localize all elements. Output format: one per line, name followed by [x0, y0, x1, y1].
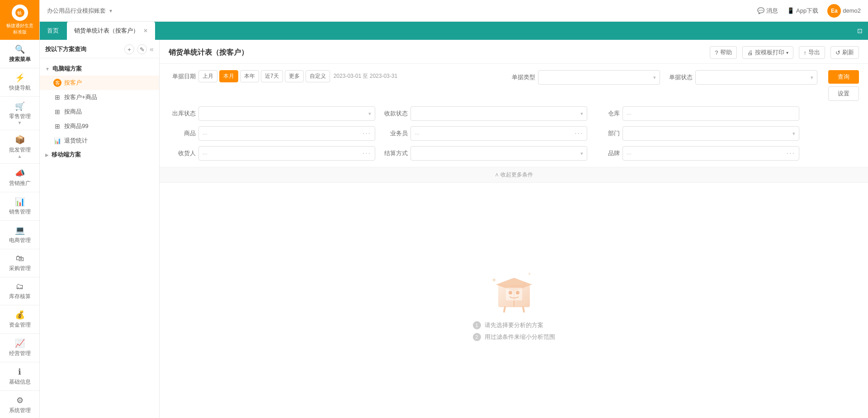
tab-sales-stats[interactable]: 销货单统计表（按客户） ✕	[67, 22, 155, 40]
dept-select[interactable]: ▾	[623, 126, 799, 141]
settlement-select[interactable]: ▾	[410, 146, 587, 161]
payment-status-select[interactable]: ▾	[410, 106, 587, 121]
tree-item-return-stats[interactable]: 📊 退货统计	[40, 133, 159, 148]
edit-scheme-btn[interactable]: ✎	[137, 44, 147, 54]
sidebar-item-label: 批发管理	[9, 146, 31, 154]
tab-expand-btn[interactable]: ⊡	[852, 27, 868, 35]
logo-text: 畅捷通好生意	[6, 23, 33, 29]
export-btn[interactable]: ↑ 导出	[799, 46, 826, 59]
sidebar-item-inventory[interactable]: 🗂 库存核算	[0, 277, 39, 305]
svg-text:畅: 畅	[17, 10, 22, 15]
out-status-label: 出库状态	[169, 109, 196, 118]
tab-home-label: 首页	[47, 27, 59, 35]
svg-rect-4	[506, 288, 522, 300]
date-btn-last-month[interactable]: 上月	[198, 70, 217, 82]
query-button[interactable]: 查询	[828, 70, 859, 84]
sidebar-item-system[interactable]: ⚙ 系统管理	[0, 391, 39, 418]
tree-item-product-99[interactable]: ⊞ 按商品99	[40, 119, 159, 133]
date-btn-7days[interactable]: 近7天	[261, 70, 283, 82]
date-btn-custom[interactable]: 自定义	[306, 70, 330, 82]
date-btn-more[interactable]: 更多	[285, 70, 304, 82]
product-placeholder: ···	[203, 130, 208, 137]
doc-type-label: 单据类型	[508, 73, 535, 81]
customer-icon: 客	[53, 79, 61, 87]
empty-tips: 1 请先选择要分析的方案 2 用过滤条件来缩小分析范围	[473, 321, 555, 341]
doc-type-select[interactable]: ▾	[538, 70, 660, 85]
doc-status-select[interactable]: ▾	[695, 70, 817, 85]
sidebar-item-basic[interactable]: ℹ 基础信息	[0, 362, 39, 391]
empty-tip-1: 1 请先选择要分析的方案	[473, 321, 555, 329]
salesperson-placeholder: ···	[415, 130, 420, 137]
sidebar-item-sales[interactable]: 📊 销售管理	[0, 192, 39, 221]
tab-close-btn[interactable]: ✕	[143, 28, 148, 34]
tab-home[interactable]: 首页	[40, 22, 66, 40]
product-select[interactable]: ··· ···	[198, 126, 375, 141]
settings-button[interactable]: 设置	[828, 86, 859, 101]
date-btn-this-year[interactable]: 本年	[240, 70, 259, 82]
sidebar-item-label: 快捷导航	[9, 84, 31, 92]
dropdown-icon[interactable]: ▾	[109, 8, 112, 14]
brand-select[interactable]: ··· ···	[623, 146, 799, 161]
warehouse-select[interactable]: ···	[623, 106, 799, 121]
query-action-buttons: 查询 设置	[828, 70, 859, 101]
filter-area: 单据日期 上月 本月 本年 近7天 更多 自定义 2023-03-01 至 20…	[160, 64, 868, 167]
dept-label: 部门	[593, 129, 620, 138]
sidebar-item-search[interactable]: 🔍 搜索菜单	[0, 40, 39, 68]
top-bar-left: 办公用品行业模拟账套 ▾	[47, 7, 112, 15]
expand-icon: ▲	[18, 154, 22, 159]
empty-illustration: ✦ ✦ ✦	[487, 260, 541, 314]
date-btn-this-month[interactable]: 本月	[219, 70, 238, 82]
sidebar-item-marketing[interactable]: 📣 营销推广	[0, 164, 39, 192]
sidebar-item-label: 经营管理	[9, 350, 31, 357]
sidebar-item-operation[interactable]: 📈 经营管理	[0, 334, 39, 362]
finance-icon: 💰	[15, 310, 25, 320]
svg-line-10	[504, 307, 505, 312]
top-bar-right: 💬 消息 📱 App下载 Ea demo2	[757, 4, 861, 18]
tree-item-customer-product[interactable]: ⊞ 按客户+商品	[40, 90, 159, 104]
help-icon: ?	[715, 49, 718, 56]
out-status-select[interactable]: ▾	[198, 106, 375, 121]
retail-icon: 🛒	[15, 101, 25, 111]
help-btn[interactable]: ? 帮助	[710, 46, 736, 59]
print-btn[interactable]: 🖨 按模板打印 ▾	[742, 46, 793, 59]
marketing-icon: 📣	[15, 168, 25, 178]
expand-icon: ▼	[18, 120, 22, 125]
svg-text:✦: ✦	[528, 271, 531, 276]
chevron-down-icon: ▾	[653, 75, 656, 81]
message-btn[interactable]: 💬 消息	[757, 7, 778, 15]
tree-item-by-customer[interactable]: 客 按客户	[40, 76, 159, 90]
logo-area: 畅 畅捷通好生意 标准版	[0, 0, 40, 40]
left-panel-header: 按以下方案查询 + ✎ «	[40, 40, 159, 58]
table-icon3: ⊞	[53, 122, 61, 130]
page-actions: ? 帮助 🖨 按模板打印 ▾ ↑ 导出 ↺ 刷新	[710, 46, 859, 59]
sidebar-item-quick-nav[interactable]: ⚡ 快捷导航	[0, 68, 39, 97]
tree-group-desktop-header[interactable]: ▼ 电脑端方案	[40, 62, 159, 76]
tab-bar: 首页 销货单统计表（按客户） ✕ ⊡	[40, 22, 868, 40]
expand-triangle: ▼	[45, 66, 50, 71]
app-download-btn[interactable]: 📱 App下载	[787, 7, 818, 15]
bar-icon: 📊	[53, 137, 61, 145]
receiver-select[interactable]: ··· ···	[198, 146, 375, 161]
lightning-icon: ⚡	[15, 73, 25, 83]
sidebar-item-retail[interactable]: 🛒 零售管理 ▼	[0, 97, 39, 130]
sidebar: 畅 畅捷通好生意 标准版 🔍 搜索菜单 ⚡ 快捷导航 🛒 零售管理 ▼ 📦 批发…	[0, 0, 40, 418]
help-label: 帮助	[720, 48, 732, 57]
sidebar-item-wholesale[interactable]: 📦 批发管理 ▲	[0, 130, 39, 164]
tree-item-label: 按客户+商品	[64, 93, 97, 101]
logo-sub: 标准版	[13, 29, 27, 35]
sidebar-item-ecommerce[interactable]: 💻 电商管理	[0, 221, 39, 249]
operation-icon: 📈	[15, 338, 25, 348]
sidebar-item-purchase[interactable]: 🛍 采购管理	[0, 249, 39, 277]
collapse-panel-btn[interactable]: «	[150, 45, 154, 53]
collapse-filter-bar[interactable]: ∧ 收起更多条件	[160, 167, 868, 183]
tree-group-mobile-header[interactable]: ▶ 移动端方案	[40, 148, 159, 162]
user-profile[interactable]: Ea demo2	[827, 4, 861, 18]
tip-num-1: 1	[473, 321, 481, 329]
salesperson-select[interactable]: ··· ···	[410, 126, 587, 141]
sidebar-item-finance[interactable]: 💰 资金管理	[0, 305, 39, 334]
top-bar: 办公用品行业模拟账套 ▾ 💬 消息 📱 App下载 Ea demo2	[40, 0, 868, 22]
add-scheme-btn[interactable]: +	[124, 44, 134, 54]
tree-item-by-product[interactable]: ⊞ 按商品	[40, 104, 159, 119]
download-icon: 📱	[787, 7, 794, 14]
refresh-btn[interactable]: ↺ 刷新	[830, 46, 859, 59]
